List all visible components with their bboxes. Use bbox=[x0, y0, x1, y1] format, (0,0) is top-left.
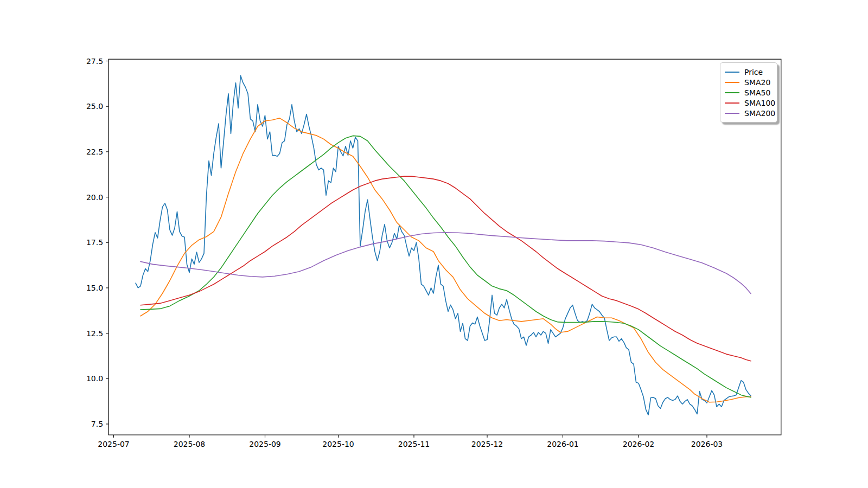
sma100-line-swatch bbox=[725, 102, 739, 104]
y-tick-label: 7.5 bbox=[91, 420, 103, 428]
y-tick-label: 25.0 bbox=[86, 102, 103, 111]
x-tick-label: 2025-12 bbox=[471, 440, 503, 448]
sma20-line-swatch bbox=[725, 82, 739, 83]
sma50-line-swatch bbox=[725, 92, 739, 93]
y-tick-label: 15.0 bbox=[86, 284, 103, 292]
legend-label-sma20: SMA20 bbox=[744, 78, 770, 87]
y-tick-label: 20.0 bbox=[86, 193, 103, 202]
plot-frame bbox=[108, 59, 781, 435]
y-tick-label: 17.5 bbox=[86, 238, 103, 247]
x-tick-label: 2025-11 bbox=[398, 440, 430, 448]
x-tick-label: 2025-09 bbox=[249, 440, 281, 448]
y-tick-label: 22.5 bbox=[86, 147, 103, 156]
y-tick-label: 12.5 bbox=[86, 329, 103, 338]
series-line-sma20 bbox=[141, 118, 751, 402]
series-line-sma200 bbox=[141, 233, 751, 294]
legend-entry-sma50: SMA50 bbox=[725, 87, 773, 98]
y-tick-label: 10.0 bbox=[86, 374, 103, 383]
series-line-sma50 bbox=[141, 136, 751, 397]
price-line-swatch bbox=[725, 72, 739, 73]
legend: Price SMA20 SMA50 SMA100 SMA200 bbox=[720, 62, 777, 123]
y-tick-label: 27.5 bbox=[86, 57, 103, 66]
x-tick-label: 2026-01 bbox=[547, 440, 579, 448]
legend-entry-sma100: SMA100 bbox=[725, 98, 773, 108]
legend-label-sma200: SMA200 bbox=[744, 109, 775, 118]
legend-label-sma100: SMA100 bbox=[744, 99, 775, 107]
x-tick-label: 2025-07 bbox=[98, 440, 130, 448]
sma200-line-swatch bbox=[725, 113, 739, 114]
series-line-price bbox=[136, 75, 751, 415]
x-tick-label: 2026-02 bbox=[623, 440, 655, 448]
series-line-sma100 bbox=[141, 176, 751, 361]
legend-entry-sma20: SMA20 bbox=[725, 77, 773, 87]
x-tick-label: 2026-03 bbox=[691, 440, 723, 448]
legend-label-sma50: SMA50 bbox=[744, 88, 770, 97]
legend-entry-sma200: SMA200 bbox=[725, 108, 773, 118]
x-tick-label: 2025-10 bbox=[322, 440, 354, 448]
x-tick-label: 2025-08 bbox=[174, 440, 206, 448]
figure: 7.510.012.515.017.520.022.525.027.52025-… bbox=[0, 0, 868, 488]
legend-label-price: Price bbox=[744, 68, 763, 76]
legend-entry-price: Price bbox=[725, 67, 773, 77]
